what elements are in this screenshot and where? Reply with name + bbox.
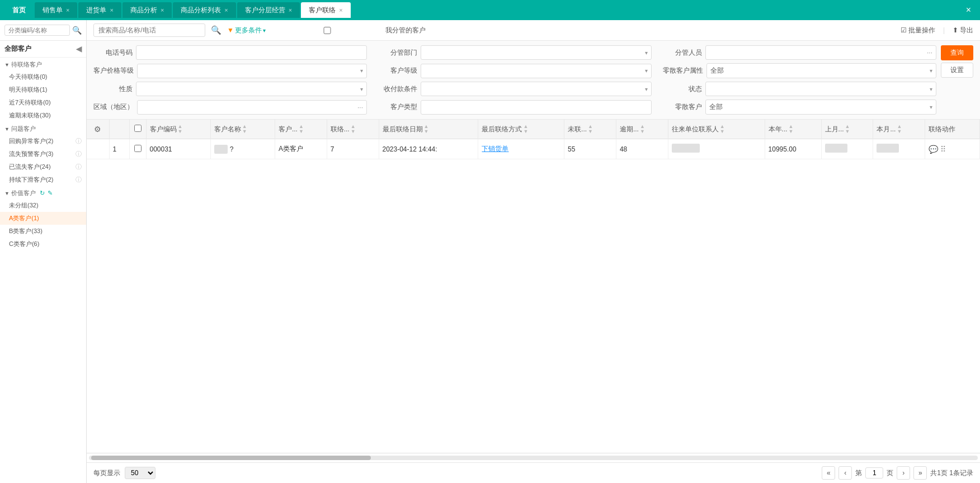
col-no-contact[interactable]: 未联... ▲▼: [564, 120, 616, 139]
row-this-year-value: 10995.00: [769, 145, 797, 153]
sidebar-item-churned[interactable]: 已流失客户(24) ⓘ: [0, 160, 86, 173]
sidebar-collapse-icon[interactable]: ◀: [76, 45, 82, 53]
today-pending-label: 今天待联络(0): [9, 73, 47, 81]
row-gear: [87, 139, 109, 159]
first-page-btn[interactable]: «: [822, 466, 835, 480]
filter-search-icon[interactable]: 🔍: [211, 25, 222, 35]
tab-customer-contact[interactable]: 客户联络 ×: [301, 2, 350, 18]
my-customer-checkbox-label[interactable]: 我分管的客户: [271, 26, 426, 35]
retail-attr-select[interactable]: 全部 ▾: [706, 63, 936, 78]
tab-home[interactable]: 首页: [4, 2, 34, 18]
tab-analysis-list[interactable]: 商品分析列表 ×: [173, 2, 235, 18]
phone-input[interactable]: [136, 45, 367, 60]
settings-button[interactable]: 设置: [941, 63, 973, 78]
select-all-checkbox[interactable]: [134, 125, 142, 132]
status-select[interactable]: ▾: [705, 82, 936, 96]
row-contact-value: 7: [331, 145, 334, 153]
group-problem-label: 问题客户: [11, 125, 36, 133]
col-type[interactable]: 客户... ▲▼: [275, 120, 327, 139]
customer-level-select[interactable]: ▾: [421, 64, 652, 78]
tab-analysis[interactable]: 商品分析 ×: [123, 2, 172, 18]
col-overdue[interactable]: 逾期... ▲▼: [616, 120, 668, 139]
col-checkbox-header[interactable]: [129, 120, 146, 139]
dept-select[interactable]: ▾: [421, 45, 652, 60]
tab-customer-layer-close[interactable]: ×: [289, 2, 292, 18]
nature-select[interactable]: ▾: [136, 82, 367, 96]
declining-label: 持续下滑客户(2): [9, 176, 53, 184]
col-last-method[interactable]: 最后联络方式 ▲▼: [478, 120, 564, 139]
payment-select[interactable]: ▾: [421, 82, 652, 96]
retail-attr-arrow-icon: ▾: [930, 68, 932, 74]
retail-customer-select[interactable]: 全部 ▾: [705, 100, 936, 115]
scrollbar-thumb[interactable]: [91, 456, 371, 460]
col-unit-contact[interactable]: 往来单位联系人 ▲▼: [668, 120, 765, 139]
message-icon[interactable]: 💬: [929, 145, 938, 154]
tab-analysis-list-close[interactable]: ×: [224, 2, 228, 18]
tab-purchase-close[interactable]: ×: [110, 2, 113, 18]
col-this-month[interactable]: 本月... ▲▼: [873, 120, 925, 139]
more-action-icon[interactable]: ⠿: [940, 145, 946, 154]
person-select[interactable]: ···: [705, 45, 936, 60]
batch-ops-btn[interactable]: ☑ 批量操作: [901, 26, 935, 35]
sidebar-search-icon[interactable]: 🔍: [72, 26, 82, 35]
tab-customer-contact-close[interactable]: ×: [339, 2, 342, 18]
main-layout: 🔍 全部客户 ◀ ▼ 待联络客户 今天待联络(0) 明天待联络(1) 近7天待联…: [0, 20, 980, 483]
nature-arrow-icon: ▾: [360, 86, 363, 92]
filter-payment: 收付款条件 ▾: [378, 82, 652, 96]
row-action: 💬 ⠿: [925, 139, 980, 159]
group-problem-customers[interactable]: ▼ 问题客户: [0, 122, 86, 135]
col-code[interactable]: 客户编码 ▲▼: [146, 120, 210, 139]
region-select[interactable]: ···: [137, 100, 367, 115]
tab-sales-close[interactable]: ×: [66, 2, 69, 18]
tab-analysis-close[interactable]: ×: [161, 2, 164, 18]
tab-customer-layer[interactable]: 客户分层经营 ×: [237, 2, 300, 18]
sidebar-search-input[interactable]: [4, 25, 70, 36]
col-last-month[interactable]: 上月... ▲▼: [821, 120, 873, 139]
value-refresh-icon[interactable]: ↻: [40, 190, 45, 197]
sidebar-item-tomorrow-pending[interactable]: 明天待联络(1): [0, 83, 86, 96]
export-btn[interactable]: ⬆ 导出: [953, 26, 973, 35]
search-input[interactable]: [93, 23, 205, 37]
row-overdue: 48: [616, 139, 668, 159]
col-this-month-sort-icon: ▲▼: [897, 124, 902, 134]
sidebar-item-churn-warning[interactable]: 流失预警客户(3) ⓘ: [0, 148, 86, 160]
row-last-method-link[interactable]: 下销货单: [482, 145, 508, 153]
col-this-year[interactable]: 本年... ▲▼: [765, 120, 821, 139]
sidebar-item-overdue-contact[interactable]: 逾期未联络(30): [0, 109, 86, 122]
prev-page-btn[interactable]: ‹: [838, 466, 852, 480]
price-level-select[interactable]: ▾: [137, 64, 367, 78]
more-filter-btn[interactable]: ▼ 更多条件 ▾: [227, 26, 266, 35]
row-last-method: 下销货单: [478, 139, 564, 159]
sidebar-all-customers[interactable]: 全部客户 ◀: [0, 41, 86, 58]
col-last-date[interactable]: 最后联络日期 ▲▼: [379, 120, 478, 139]
sidebar-item-7days-pending[interactable]: 近7天待联络(0): [0, 96, 86, 109]
col-contact[interactable]: 联络... ▲▼: [327, 120, 379, 139]
tab-sales[interactable]: 销售单 ×: [35, 2, 77, 18]
col-gear[interactable]: ⚙: [87, 120, 109, 139]
last-page-btn[interactable]: »: [913, 466, 927, 480]
customer-type-select[interactable]: [421, 100, 652, 115]
group-pending-contact[interactable]: ▼ 待联络客户: [0, 58, 86, 70]
status-arrow-icon: ▾: [930, 86, 932, 92]
sidebar-item-today-pending[interactable]: 今天待联络(0): [0, 70, 86, 83]
page-number-input[interactable]: [865, 467, 883, 479]
window-close-button[interactable]: ×: [962, 5, 976, 15]
next-page-btn[interactable]: ›: [897, 466, 910, 480]
sidebar-item-ungrouped[interactable]: 未分组(32): [0, 199, 86, 212]
sidebar-item-class-a[interactable]: A类客户(1): [0, 212, 86, 225]
tab-purchase[interactable]: 进货单 ×: [78, 2, 121, 18]
col-name-label: 客户名称: [214, 125, 241, 134]
group-value-customers[interactable]: ▼ 价值客户 ↻ ✎: [0, 186, 86, 199]
sidebar-item-declining[interactable]: 持续下滑客户(2) ⓘ: [0, 173, 86, 186]
gear-settings-icon[interactable]: ⚙: [94, 125, 101, 134]
sidebar-item-repurchase-abnormal[interactable]: 回购异常客户(2) ⓘ: [0, 135, 86, 148]
sidebar-item-class-b[interactable]: B类客户(33): [0, 225, 86, 238]
sidebar-item-class-c[interactable]: C类客户(6): [0, 238, 86, 250]
my-customer-checkbox[interactable]: [271, 27, 383, 34]
col-name[interactable]: 客户名称 ▲▼: [210, 120, 275, 139]
row-checkbox-cell[interactable]: [129, 139, 146, 159]
value-edit-icon[interactable]: ✎: [48, 190, 53, 197]
query-button[interactable]: 查询: [941, 45, 973, 60]
page-size-select[interactable]: 50 100 200: [125, 467, 156, 479]
row-checkbox[interactable]: [134, 145, 142, 152]
